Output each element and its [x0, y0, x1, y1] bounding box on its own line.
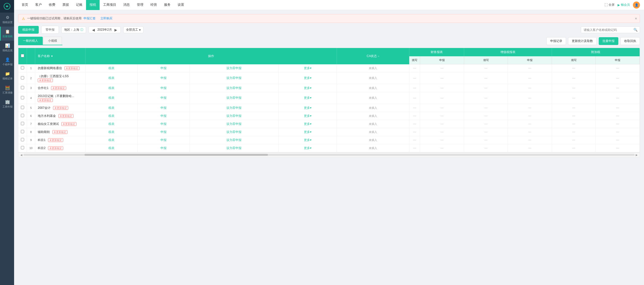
action-more-2[interactable]: 更多▾: [304, 86, 311, 90]
nav-tax[interactable]: 报税: [86, 0, 100, 10]
update-stats-btn[interactable]: 更新统计及取数: [568, 37, 597, 45]
row-check-6[interactable]: [21, 122, 24, 125]
action-more-9[interactable]: 更多▾: [304, 146, 311, 150]
action-zero-6[interactable]: 设为零申报: [226, 122, 242, 126]
nav-management[interactable]: 管理: [133, 0, 147, 10]
nav-operations[interactable]: 经营: [147, 0, 160, 10]
action-apply-8[interactable]: 申报: [160, 138, 167, 142]
row-check-5[interactable]: [21, 114, 24, 117]
tab-general-taxpayer[interactable]: 一般的税人: [18, 37, 43, 45]
date-prev-btn[interactable]: ◀: [91, 28, 96, 32]
action-apply-2[interactable]: 申报: [160, 86, 167, 90]
action-apply-1[interactable]: 申报: [160, 76, 167, 80]
nav-home[interactable]: 首页: [18, 0, 32, 10]
action-taxform-4[interactable]: 税表: [108, 106, 114, 110]
action-taxform-8[interactable]: 税表: [108, 138, 114, 142]
action-apply-3[interactable]: 申报: [160, 96, 167, 100]
scroll-left-arrow[interactable]: ◀: [19, 154, 23, 156]
action-apply-9[interactable]: 申报: [160, 146, 167, 150]
sidebar-item-biz-report[interactable]: 🏢 工商年报: [0, 97, 14, 111]
action-taxform-7[interactable]: 税表: [108, 130, 114, 134]
action-zero-3[interactable]: 设为零申报: [226, 96, 242, 100]
action-zero-5[interactable]: 设为零申报: [226, 114, 242, 118]
action-taxform-5[interactable]: 税表: [108, 114, 114, 118]
action-taxform-0[interactable]: 税表: [108, 66, 114, 70]
action-apply-6[interactable]: 申报: [160, 122, 167, 126]
action-taxform-3[interactable]: 税表: [108, 96, 114, 100]
notice-close-btn[interactable]: ✕: [635, 17, 637, 20]
tab-zero-apply[interactable]: 零申报: [41, 26, 59, 34]
nav-messages[interactable]: 消息: [120, 0, 133, 10]
unverified-tag-0: 未更新核定: [64, 66, 79, 70]
nav-settings[interactable]: 设置: [174, 0, 188, 10]
action-zero-9[interactable]: 设为零申报: [226, 146, 242, 150]
region-selector[interactable]: 地区：上海 ⓘ: [61, 26, 86, 33]
row-check-8[interactable]: [21, 138, 24, 141]
action-zero-1[interactable]: 设为零申报: [226, 76, 242, 80]
action-zero-7[interactable]: 设为零申报: [226, 130, 242, 134]
action-zero-0[interactable]: 设为零申报: [226, 66, 242, 70]
batch-apply-btn[interactable]: 批量申报: [599, 37, 618, 45]
nav-bizreg[interactable]: 工商项目: [100, 0, 120, 10]
search-input[interactable]: [581, 27, 631, 33]
nav-billing[interactable]: 收费: [45, 0, 59, 10]
sidebar-item-tax-records[interactable]: 📁 报税记录: [0, 69, 14, 83]
row-check-0[interactable]: [21, 66, 24, 69]
nav-services[interactable]: 服务: [160, 0, 174, 10]
sidebar-item-individual-tax[interactable]: 👤 个税申报: [0, 55, 14, 69]
row-check-9[interactable]: [21, 146, 24, 149]
action-zero-2[interactable]: 设为零申报: [226, 86, 242, 90]
staff-selector[interactable]: 全部员工 ▾: [123, 26, 143, 33]
upgrade-btn[interactable]: ▶ 畅会员: [618, 3, 630, 7]
nav-accounting[interactable]: 记账: [72, 0, 86, 10]
action-apply-4[interactable]: 申报: [160, 106, 167, 110]
action-taxform-1[interactable]: 税表: [108, 76, 114, 80]
row-ext-apply-3: —: [596, 92, 640, 104]
col-financial-header: 财务报表: [409, 48, 464, 56]
notice-link-buy[interactable]: 立即购买: [100, 16, 112, 21]
sidebar-item-batch-tax[interactable]: 📋 批量报税: [0, 27, 14, 41]
sidebar-item-tax-overview[interactable]: 📊 报税总览: [0, 41, 14, 55]
retrieve-btn[interactable]: 收取回执: [620, 37, 640, 45]
biz-report-icon: 🏢: [5, 100, 10, 104]
row-name-5: 地方水利基金 未更新核定: [35, 112, 86, 120]
action-more-3[interactable]: 更多▾: [304, 96, 311, 100]
client-name-9: 科目2: [38, 146, 46, 150]
row-check-3[interactable]: [21, 96, 24, 99]
action-more-6[interactable]: 更多▾: [304, 122, 311, 126]
search-btn[interactable]: 🔍: [631, 27, 640, 33]
select-all-checkbox[interactable]: [21, 54, 24, 57]
scroll-right-arrow[interactable]: ▶: [635, 154, 639, 156]
action-more-0[interactable]: 更多▾: [304, 66, 311, 70]
action-apply-0[interactable]: 申报: [160, 66, 167, 70]
row-check-2[interactable]: [21, 86, 24, 89]
nav-clients[interactable]: 客户: [32, 0, 45, 10]
nav-invoice[interactable]: 票据: [59, 0, 72, 10]
action-taxform-6[interactable]: 税表: [108, 122, 114, 126]
user-avatar[interactable]: 👤: [633, 2, 640, 9]
action-more-5[interactable]: 更多▾: [304, 114, 311, 118]
action-more-1[interactable]: 更多▾: [304, 76, 311, 80]
action-taxform-2[interactable]: 税表: [108, 86, 114, 90]
row-check-1[interactable]: [21, 76, 24, 79]
action-more-7[interactable]: 更多▾: [304, 130, 311, 134]
row-check-7[interactable]: [21, 130, 24, 133]
action-apply-7[interactable]: 申报: [160, 130, 167, 134]
row-action-apply-4: 申报: [138, 104, 190, 112]
action-more-8[interactable]: 更多▾: [304, 138, 311, 142]
row-check-4[interactable]: [21, 106, 24, 109]
action-zero-4[interactable]: 设为零申报: [226, 106, 242, 110]
sidebar-item-calc-clear[interactable]: 🧮 汇算清缴: [0, 83, 14, 97]
scroll-track[interactable]: [23, 154, 635, 156]
sidebar-item-tax-settings[interactable]: ⚙ 报税设置: [0, 13, 14, 27]
fullscreen-btn[interactable]: ⛶ 全屏: [605, 3, 615, 7]
tab-tax-apply[interactable]: 税款申报: [18, 26, 39, 34]
action-zero-8[interactable]: 设为零申报: [226, 138, 242, 142]
notice-link-apply[interactable]: 申报汇签: [84, 16, 96, 21]
date-next-btn[interactable]: ▶: [114, 28, 118, 32]
action-apply-5[interactable]: 申报: [160, 114, 167, 118]
apply-records-btn[interactable]: 申报记录: [546, 37, 566, 45]
tab-small-taxpayer[interactable]: 小规模: [43, 37, 62, 45]
action-more-4[interactable]: 更多▾: [304, 106, 311, 110]
action-taxform-9[interactable]: 税表: [108, 146, 114, 150]
